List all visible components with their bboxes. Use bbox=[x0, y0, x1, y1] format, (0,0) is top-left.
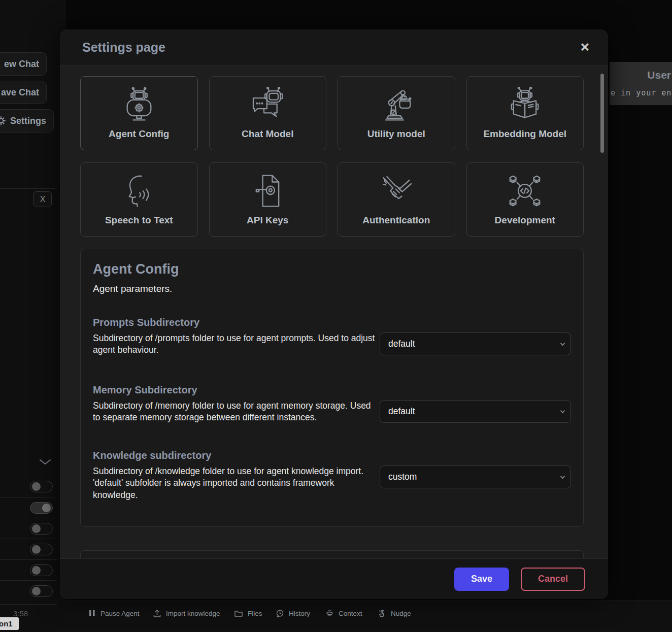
card-label: Chat Model bbox=[242, 128, 293, 140]
select-value: default bbox=[388, 339, 415, 349]
toggle-row bbox=[0, 518, 57, 539]
history-button[interactable]: History bbox=[276, 609, 310, 618]
toggle-knob bbox=[42, 504, 51, 512]
modal-scrollbar-thumb[interactable] bbox=[600, 74, 604, 153]
card-label: Agent Config bbox=[109, 128, 169, 140]
user-message-heading: User bbox=[647, 69, 671, 81]
toggle-knob bbox=[32, 545, 41, 554]
nudge-button[interactable]: Nudge bbox=[378, 609, 411, 618]
modal-body: Agent Config Chat Model bbox=[60, 66, 608, 558]
pause-agent-button[interactable]: Pause Agent bbox=[88, 609, 140, 617]
nudge-label: Nudge bbox=[391, 610, 411, 617]
section-title: Agent Config bbox=[93, 261, 571, 277]
close-icon[interactable]: ✕ bbox=[580, 42, 590, 53]
field-prompts-subdirectory: Prompts Subdirectory Subdirectory of /pr… bbox=[93, 317, 571, 356]
save-button[interactable]: Save bbox=[454, 568, 509, 591]
prompts-subdirectory-select[interactable]: default bbox=[380, 332, 571, 355]
nav-card-development[interactable]: Development bbox=[466, 162, 584, 237]
sidebar-toggle[interactable] bbox=[30, 564, 53, 576]
chevron-down-icon bbox=[560, 475, 565, 479]
code-network-icon bbox=[505, 173, 545, 209]
settings-button[interactable]: Settings bbox=[0, 109, 54, 132]
timestamp: 3:58 bbox=[13, 609, 28, 618]
new-chat-label: ew Chat bbox=[4, 59, 39, 70]
toggle-knob bbox=[32, 587, 41, 595]
robot-chat-icon bbox=[248, 87, 287, 122]
section-chat-model: Chat Model bbox=[80, 550, 584, 558]
memory-subdirectory-select[interactable]: default bbox=[380, 400, 571, 423]
cancel-button[interactable]: Cancel bbox=[521, 568, 585, 591]
chevron-down-icon bbox=[560, 410, 565, 414]
chevron-down-icon bbox=[560, 342, 565, 346]
key-document-icon bbox=[248, 173, 287, 209]
files-button[interactable]: Files bbox=[234, 609, 262, 617]
new-chat-button[interactable]: ew Chat bbox=[0, 52, 47, 76]
nav-card-utility-model[interactable]: Utility model bbox=[338, 76, 455, 150]
nav-card-authentication[interactable]: Authentication bbox=[338, 162, 455, 237]
field-label: Prompts Subdirectory bbox=[93, 317, 571, 328]
sidebar-toggle[interactable] bbox=[30, 585, 53, 597]
nav-card-api-keys[interactable]: API Keys bbox=[209, 162, 327, 237]
card-label: Embedding Model bbox=[483, 128, 566, 140]
card-label: Development bbox=[495, 215, 555, 226]
gear-icon bbox=[0, 116, 6, 126]
nudge-hand-icon bbox=[378, 609, 386, 618]
save-chat-label: ave Chat bbox=[1, 87, 39, 98]
files-label: Files bbox=[248, 610, 262, 617]
knowledge-subdirectory-select[interactable]: custom bbox=[380, 465, 571, 488]
sidebar-footer-divider bbox=[0, 604, 57, 605]
field-memory-subdirectory: Memory Subdirectory Subdirectory of /mem… bbox=[93, 384, 571, 423]
sidebar-toggle[interactable] bbox=[30, 544, 53, 555]
field-label: Knowledge subdirectory bbox=[93, 450, 571, 461]
sidebar-divider bbox=[0, 188, 57, 189]
settings-nav-grid: Agent Config Chat Model bbox=[80, 76, 584, 237]
save-chat-button[interactable]: ave Chat bbox=[0, 81, 47, 104]
modal-footer: Save Cancel bbox=[60, 558, 608, 599]
sidebar-close-label: X bbox=[40, 195, 46, 204]
handshake-icon bbox=[377, 173, 416, 209]
history-label: History bbox=[289, 610, 310, 617]
pause-icon bbox=[88, 609, 96, 617]
field-description: Subdirectory of /knowledge folder to use… bbox=[93, 465, 380, 501]
section-subtitle: Agent parameters. bbox=[93, 283, 571, 294]
section-agent-config: Agent Config Agent parameters. Prompts S… bbox=[80, 249, 584, 527]
card-label: Utility model bbox=[367, 128, 425, 140]
toggle-row bbox=[0, 539, 57, 559]
field-label: Memory Subdirectory bbox=[93, 384, 571, 396]
robot-arm-icon bbox=[377, 87, 416, 122]
nav-card-speech-to-text[interactable]: Speech to Text bbox=[80, 162, 198, 237]
import-knowledge-button[interactable]: Import knowledge bbox=[153, 609, 220, 618]
context-label: Context bbox=[339, 610, 362, 617]
bottom-bar: Pause Agent Import knowledge Files Histo… bbox=[66, 601, 672, 632]
nav-card-chat-model[interactable]: Chat Model bbox=[209, 76, 327, 150]
chevron-down-icon[interactable] bbox=[39, 458, 52, 468]
field-description: Subdirectory of /prompts folder to use f… bbox=[93, 332, 380, 356]
sidebar: ew Chat ave Chat Settings X bbox=[0, 0, 66, 632]
card-label: Authentication bbox=[362, 215, 430, 226]
speech-profile-icon bbox=[119, 173, 159, 209]
toggle-knob bbox=[32, 524, 41, 533]
toggle-knob bbox=[32, 482, 41, 491]
modal-title: Settings page bbox=[82, 40, 165, 55]
nav-card-agent-config[interactable]: Agent Config bbox=[80, 76, 198, 150]
settings-label: Settings bbox=[10, 116, 46, 126]
sidebar-toggle[interactable] bbox=[30, 523, 53, 535]
app-root: ew Chat ave Chat Settings X bbox=[0, 0, 672, 632]
folder-icon bbox=[234, 609, 243, 617]
user-message-panel: User e in your en bbox=[610, 62, 672, 105]
select-value: default bbox=[388, 406, 415, 417]
toggle-row bbox=[0, 476, 57, 497]
select-value: custom bbox=[388, 472, 417, 482]
sidebar-toggle[interactable] bbox=[30, 481, 53, 492]
context-icon bbox=[325, 609, 334, 618]
card-label: API Keys bbox=[247, 215, 288, 226]
upload-icon bbox=[153, 609, 161, 618]
toggle-row bbox=[0, 559, 57, 580]
robot-book-icon bbox=[505, 87, 545, 122]
sidebar-toggle[interactable] bbox=[30, 502, 53, 514]
nav-card-embedding-model[interactable]: Embedding Model bbox=[466, 76, 584, 150]
chat-name-tooltip: on1 bbox=[0, 617, 19, 630]
context-button[interactable]: Context bbox=[325, 609, 362, 618]
toggle-row bbox=[0, 497, 57, 518]
sidebar-close-button[interactable]: X bbox=[33, 191, 52, 207]
